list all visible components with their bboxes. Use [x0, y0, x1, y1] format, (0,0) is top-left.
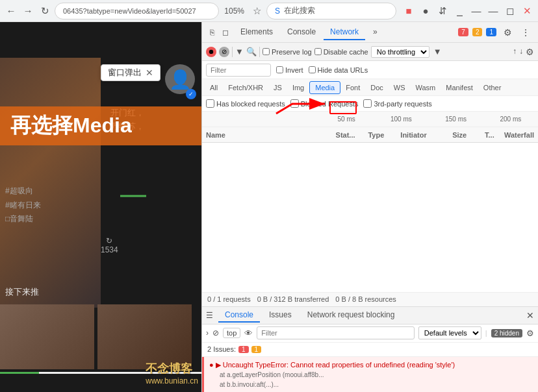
- type-tab-all[interactable]: All: [205, 82, 223, 93]
- invert-checkbox[interactable]: Invert: [276, 66, 303, 74]
- thumb2: [97, 304, 192, 369]
- filter-toggle-icon[interactable]: ▼: [235, 47, 244, 56]
- hide-data-urls-input[interactable]: [309, 66, 316, 73]
- type-tab-doc[interactable]: Doc: [365, 82, 389, 93]
- tab-console[interactable]: Console: [281, 25, 322, 40]
- devtools-panel: ⎘ ◻ Elements Console Network » 7 2 1 ⚙ ⋮: [201, 22, 538, 392]
- hashtag2: #睹有日来: [5, 199, 196, 213]
- inspect-icon[interactable]: ⎘: [207, 28, 217, 37]
- type-tab-manifest[interactable]: Manifest: [441, 82, 478, 93]
- top-dropdown[interactable]: top: [223, 328, 240, 338]
- tab-more[interactable]: »: [366, 25, 384, 40]
- disable-cache-input[interactable]: [314, 48, 322, 55]
- level-select[interactable]: Default levels: [418, 326, 481, 339]
- forward-icon[interactable]: →: [21, 4, 35, 18]
- tl-50ms: 50 ms: [319, 116, 374, 123]
- next-label: 接下来推: [5, 286, 39, 298]
- preserve-log-checkbox[interactable]: Preserve log: [263, 48, 312, 56]
- popup-label: 窗口弹出: [108, 67, 142, 79]
- has-blocked-input[interactable]: [206, 99, 214, 108]
- third-party-label: 3rd-party requests: [374, 100, 431, 108]
- network-col-header: Name Stat... Type Initiator Size T... Wa…: [202, 127, 538, 143]
- throttle-select[interactable]: No throttling: [371, 46, 429, 58]
- disable-cache-checkbox[interactable]: Disable cache: [314, 48, 368, 56]
- tab-elements[interactable]: Elements: [234, 25, 279, 40]
- back-icon[interactable]: ←: [4, 4, 18, 18]
- extension-icon2[interactable]: ●: [418, 4, 433, 18]
- col-waterfall: Waterfall: [504, 131, 534, 139]
- address-bar[interactable]: 06435?tabtype=newVideo&layerId=50027: [55, 3, 219, 19]
- invert-input[interactable]: [276, 66, 283, 73]
- window-close-icon[interactable]: ✕: [520, 4, 534, 18]
- preserve-log-label: Preserve log: [272, 48, 312, 56]
- type-tab-media[interactable]: Media: [309, 81, 340, 94]
- tl-150ms: 150 ms: [429, 116, 483, 123]
- tl-200ms: 200 ms: [483, 116, 538, 123]
- minimize-icon[interactable]: ―: [486, 4, 500, 18]
- has-blocked-checkbox[interactable]: Has blocked requests: [206, 99, 285, 108]
- search-icon[interactable]: 🔍: [246, 47, 257, 56]
- network-blocking-tab[interactable]: Network request blocking: [301, 308, 402, 323]
- col-name: Name: [206, 131, 336, 139]
- clear-button[interactable]: ⊘: [219, 47, 229, 57]
- search-box[interactable]: S 在此搜索: [266, 3, 396, 19]
- issues-tab[interactable]: Issues: [263, 308, 298, 323]
- watermark-text2: www.bunian.cn: [146, 376, 198, 386]
- settings-icon[interactable]: ⚙: [500, 25, 515, 40]
- share-icon: ↻: [106, 236, 112, 245]
- maximize-icon[interactable]: ◻: [503, 4, 517, 18]
- extension-icon1[interactable]: ■: [402, 4, 416, 18]
- hide-data-urls-checkbox[interactable]: Hide data URLs: [309, 66, 368, 74]
- col-status: Stat...: [336, 131, 368, 139]
- blocked-requests-input[interactable]: [290, 99, 299, 108]
- type-tab-fetch[interactable]: Fetch/XHR: [223, 82, 268, 93]
- extension-icon3[interactable]: ⇵: [435, 4, 450, 18]
- download-icon[interactable]: ↓: [519, 47, 523, 57]
- eye-icon[interactable]: 👁: [244, 328, 253, 338]
- error-sub2: at b.b.invoui:aft(...)...: [209, 380, 533, 389]
- share-area: ↻ 1534: [101, 236, 118, 254]
- console-bar: ☰ Console Issues Network request blockin…: [202, 306, 538, 325]
- network-right-icons: ↑ ↓ ⚙: [513, 47, 534, 57]
- type-tab-font[interactable]: Font: [340, 82, 365, 93]
- type-tab-other[interactable]: Other: [478, 82, 507, 93]
- devtools-tabs-bar: ⎘ ◻ Elements Console Network » 7 2 1 ⚙ ⋮: [202, 22, 538, 43]
- filter-input[interactable]: [206, 64, 271, 77]
- third-party-input[interactable]: [363, 99, 372, 108]
- console-filter-input[interactable]: [257, 326, 414, 339]
- extension-icon4[interactable]: ⎯: [452, 4, 467, 18]
- console-settings-icon[interactable]: ⚙: [526, 328, 534, 338]
- network-toolbar: ⏺ ⊘ ▼ 🔍 Preserve log Disable cache No th…: [202, 43, 538, 61]
- hashtag1: #超吸向: [5, 184, 196, 199]
- console-close-button[interactable]: ✕: [526, 310, 534, 321]
- nav-bar: ← → ↻ 06435?tabtype=newVideo&layerId=500…: [0, 0, 538, 22]
- annotation-text: 再选择Media: [10, 114, 132, 137]
- refresh-icon[interactable]: ↻: [38, 4, 52, 18]
- console-tab[interactable]: Console: [218, 308, 260, 323]
- type-tab-ws[interactable]: WS: [389, 82, 411, 93]
- device-icon[interactable]: ◻: [221, 28, 230, 37]
- timeline-header: 50 ms 100 ms 150 ms 200 ms: [202, 112, 538, 127]
- throttle-down-icon[interactable]: ▼: [433, 47, 442, 56]
- console-toggle-icon[interactable]: ☰: [206, 311, 213, 320]
- third-party-checkbox[interactable]: 3rd-party requests: [363, 99, 431, 108]
- record-button[interactable]: ⏺: [206, 47, 216, 57]
- type-tab-js[interactable]: JS: [268, 82, 287, 93]
- preserve-log-input[interactable]: [263, 48, 270, 55]
- tab-network[interactable]: Network: [324, 25, 365, 40]
- extension-icon5[interactable]: —: [469, 4, 483, 18]
- devtools-action-icons: 7 2 1 ⚙ ⋮: [458, 25, 533, 40]
- more-icon[interactable]: ⋮: [519, 25, 533, 40]
- type-tab-wasm[interactable]: Wasm: [411, 82, 441, 93]
- settings2-icon[interactable]: ⚙: [526, 47, 534, 57]
- hidden-badge: 2 hidden: [491, 329, 522, 337]
- bookmark-icon[interactable]: ☆: [250, 4, 264, 18]
- blocked-requests-checkbox[interactable]: Blocked Requests: [290, 99, 359, 108]
- console-stop-icon[interactable]: ⊘: [212, 328, 219, 337]
- upload-icon[interactable]: ↑: [513, 47, 517, 57]
- type-tab-img[interactable]: Img: [287, 82, 309, 93]
- resources-label: 0 B / 8 B resources: [335, 295, 396, 303]
- person-silhouette: [0, 58, 101, 308]
- popup-close-button[interactable]: ✕: [146, 67, 153, 78]
- requests-status-bar: 0 / 1 requests 0 B / 312 B transferred 0…: [202, 292, 538, 306]
